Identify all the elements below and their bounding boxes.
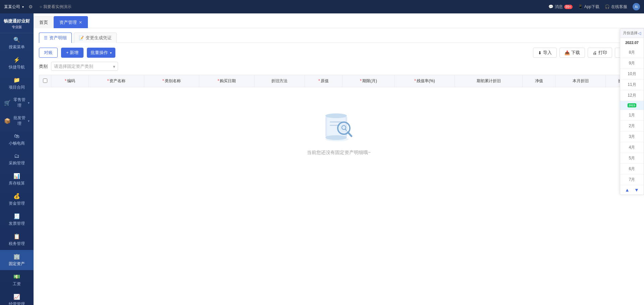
sidebar-item-label: 税务管理 xyxy=(9,241,25,247)
sidebar-item-invoice[interactable]: 🧾 发票管理 xyxy=(0,210,34,230)
sidebar-item-salary[interactable]: 💵 工资 xyxy=(0,270,34,290)
sidebar-item-search[interactable]: 🔍 搜索菜单 xyxy=(0,33,34,53)
batch-arrow-icon: ▾ xyxy=(110,51,112,55)
app-download-button[interactable]: 📱 App下载 xyxy=(578,4,599,10)
sidebar-item-inventory[interactable]: 📊 库存核算 xyxy=(0,169,34,190)
svg-point-3 xyxy=(325,113,347,118)
table-header-period: *期限(月) xyxy=(342,75,395,87)
month-item-9[interactable]: 9月 xyxy=(620,58,644,69)
sub-tab-detail-label: 资产明细 xyxy=(49,35,67,41)
sidebar-item-label: 采购管理 xyxy=(9,160,25,166)
voucher-tab-icon: 📝 xyxy=(79,36,84,40)
month-item-2023-4[interactable]: 4月 xyxy=(620,142,644,153)
sub-tab-detail[interactable]: ☰ 资产明细 xyxy=(39,33,72,43)
purchase-icon: 🗂 xyxy=(14,153,19,159)
sidebar-item-purchase[interactable]: 🗂 采购管理 xyxy=(0,150,34,169)
tab-close-icon[interactable]: ✕ xyxy=(79,20,82,25)
month-scroll-down-btn[interactable]: ▼ xyxy=(633,187,640,193)
company-name: 某某公司 xyxy=(4,4,20,10)
filter-category-select-wrap[interactable]: 请选择固定资产类别 xyxy=(51,62,118,71)
avatar[interactable]: Ai xyxy=(633,3,640,10)
retail-icon: 🛒 xyxy=(4,100,11,106)
message-label: 消息 xyxy=(555,4,563,10)
month-scroll-up-btn[interactable]: ▲ xyxy=(624,187,631,193)
month-item-label: 1月 xyxy=(629,112,635,118)
demo-text: 我要看实例演示 xyxy=(43,4,71,10)
month-item-10[interactable]: 10月 xyxy=(620,69,644,80)
month-item-2023-badge[interactable]: 2023 xyxy=(620,101,644,110)
month-item-11[interactable]: 11月 xyxy=(620,80,644,90)
online-service-button[interactable]: 🎧 在线客服 xyxy=(605,4,627,10)
print-button[interactable]: 🖨 打印 xyxy=(588,48,612,58)
finance-icon: 💰 xyxy=(13,193,20,199)
sidebar-item-operations[interactable]: 📈 经营管理 xyxy=(0,290,34,305)
sidebar-logo: 畅捷通好业财 专业版 xyxy=(0,13,34,33)
sidebar-item-quicknav[interactable]: ⚡ 快捷导航 xyxy=(0,53,34,73)
month-item-2023-3[interactable]: 3月 xyxy=(620,132,644,142)
content-area: 首页 资产管理 ✕ ☰ 资产明细 📝 变更生成凭证 xyxy=(34,13,644,305)
top-bar-right: 💬 消息 99+ 📱 App下载 🎧 在线客服 Ai xyxy=(548,3,640,10)
table-header-original-value: *原值 xyxy=(305,75,342,87)
month-item-2023-1[interactable]: 1月 xyxy=(620,110,644,121)
filter-category-select[interactable]: 请选择固定资产类别 xyxy=(51,62,118,71)
table-header-category: *类别名称 xyxy=(144,75,199,87)
sidebar-item-project[interactable]: 📁 项目合同 xyxy=(0,73,34,94)
sidebar-item-label: 库存核算 xyxy=(9,181,25,186)
month-item-2023-7[interactable]: 7月 xyxy=(620,174,644,185)
select-all-checkbox[interactable] xyxy=(43,79,47,83)
import-button[interactable]: ⬇ 导入 xyxy=(533,48,557,58)
table-header-monthly-depreciation: 本月折旧 xyxy=(555,75,606,87)
table-header-depreciation-method: 折旧方法 xyxy=(254,75,305,87)
sidebar-item-label: 发票管理 xyxy=(9,221,25,226)
sidebar-item-wholesale[interactable]: 📦 批发管理 ▾ xyxy=(0,112,34,130)
tab-home[interactable]: 首页 xyxy=(34,16,54,28)
message-button[interactable]: 💬 消息 99+ xyxy=(548,4,573,10)
sidebar-item-tax[interactable]: 📋 税务管理 xyxy=(0,230,34,250)
company-chevron-icon: ▾ xyxy=(22,5,24,9)
app-edition: 专业版 xyxy=(3,25,31,30)
month-item-8[interactable]: 8月 xyxy=(620,47,644,58)
retail-arrow-icon: ▾ xyxy=(28,101,30,105)
month-item-label: 9月 xyxy=(629,60,635,66)
batch-button[interactable]: 批量操作 ▾ xyxy=(87,48,115,58)
reconcile-button[interactable]: 对账 xyxy=(39,48,58,58)
sidebar-item-finance[interactable]: 💰 资金管理 xyxy=(0,190,34,210)
add-button[interactable]: + 新增 xyxy=(61,48,84,58)
month-item-12[interactable]: 12月 xyxy=(620,90,644,101)
settings-icon[interactable]: ⚙ xyxy=(29,4,33,9)
company-selector[interactable]: 某某公司 ▾ xyxy=(4,4,24,10)
month-item-2023-2[interactable]: 2月 xyxy=(620,121,644,132)
main-layout: 畅捷通好业财 专业版 🔍 搜索菜单 ⚡ 快捷导航 📁 项目合同 🛒 零售管理 ▾… xyxy=(0,13,644,305)
message-icon: 💬 xyxy=(548,4,553,9)
tab-bar: 首页 资产管理 ✕ xyxy=(34,13,644,28)
month-item-label: 3月 xyxy=(629,134,635,140)
sidebar-item-ecommerce[interactable]: 🛍 小畅电商 xyxy=(0,130,34,150)
sidebar-item-fixedassets[interactable]: 🏢 固定资产 xyxy=(0,250,34,270)
filter-category-label: 类别 xyxy=(39,63,48,69)
print-icon: 🖨 xyxy=(593,50,597,55)
operations-icon: 📈 xyxy=(13,294,20,300)
tab-asset-management[interactable]: 资产管理 ✕ xyxy=(54,16,88,28)
download-button[interactable]: 📥 下载 xyxy=(559,48,585,58)
sub-tab-voucher[interactable]: 📝 变更生成凭证 xyxy=(74,33,117,43)
sidebar-item-retail[interactable]: 🛒 零售管理 ▾ xyxy=(0,94,34,112)
svg-point-4 xyxy=(325,135,347,140)
ecommerce-icon: 🛍 xyxy=(14,133,19,139)
headset-icon: 🎧 xyxy=(605,4,610,9)
sidebar-item-label: 项目合同 xyxy=(9,85,25,90)
table-header-checkbox[interactable] xyxy=(39,75,51,87)
sidebar-item-label: 经营管理 xyxy=(9,301,25,305)
table-header-purchase-date: *购买日期 xyxy=(199,75,255,87)
month-panel-expand-icon[interactable]: ◁ xyxy=(638,31,641,36)
demo-link[interactable]: ○ 我要看实例演示 xyxy=(40,4,71,10)
avatar-initials: Ai xyxy=(635,5,638,9)
month-bottom-nav: ▲ ▼ xyxy=(620,185,644,195)
tab-asset-label: 资产管理 xyxy=(59,19,77,26)
top-bar: 某某公司 ▾ ⚙ ○ 我要看实例演示 💬 消息 99+ 📱 App下载 🎧 在线… xyxy=(0,0,644,13)
month-item-label: 11月 xyxy=(628,82,636,88)
month-item-label: 10月 xyxy=(628,71,636,77)
project-icon: 📁 xyxy=(13,77,20,83)
empty-state: 当前您还没有固定资产明细哦~ xyxy=(39,87,639,176)
month-item-2023-6[interactable]: 6月 xyxy=(620,164,644,174)
month-item-2023-5[interactable]: 5月 xyxy=(620,153,644,164)
